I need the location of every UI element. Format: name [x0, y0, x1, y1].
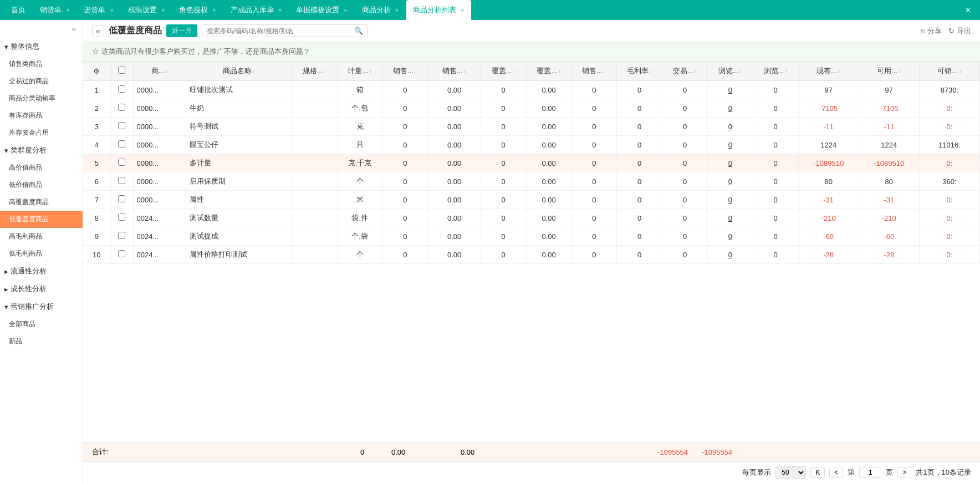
close-icon[interactable]: ×: [161, 7, 165, 13]
col-code[interactable]: 商...↕: [133, 62, 186, 81]
sidebar-collapse-icon[interactable]: «: [72, 24, 76, 33]
row-checkbox[interactable]: [118, 140, 125, 148]
nav-role-auth[interactable]: 角色授权 ×: [172, 0, 222, 20]
close-icon[interactable]: ×: [461, 7, 464, 13]
cell-browse1[interactable]: 0: [707, 81, 753, 99]
table-container[interactable]: ⚙ 商...↕ 商品名称↕ 规格...↕ 计量...↕ 销售...↕ 销售...…: [83, 62, 980, 442]
page-size-select[interactable]: 50 20 100: [775, 466, 806, 479]
sidebar-item-low-coverage[interactable]: 低覆盖度商品: [0, 211, 83, 228]
col-sales3[interactable]: 销售...↕: [571, 62, 617, 81]
sidebar-item-high-margin[interactable]: 高毛利商品: [0, 228, 83, 245]
close-icon[interactable]: ×: [278, 7, 282, 13]
cell-checkbox[interactable]: [110, 81, 133, 99]
cell-checkbox[interactable]: [110, 209, 133, 227]
cell-browse1[interactable]: 0: [707, 172, 753, 191]
col-stock1[interactable]: 现有...↕: [798, 62, 859, 81]
sidebar-category-cluster[interactable]: ▾ 类群度分析: [0, 141, 83, 159]
nav-purchase-order[interactable]: 进货单 ×: [77, 0, 120, 20]
nav-template-setting[interactable]: 单据模板设置 ×: [289, 0, 354, 20]
cell-browse1[interactable]: 0: [707, 154, 753, 172]
cell-checkbox[interactable]: [110, 118, 133, 136]
window-close-button[interactable]: ×: [961, 4, 976, 16]
row-checkbox[interactable]: [118, 232, 125, 239]
col-stock2[interactable]: 可用...↕: [859, 62, 919, 81]
sidebar-item-in-stock[interactable]: 有库存商品: [0, 107, 83, 124]
row-checkbox[interactable]: [118, 213, 125, 221]
export-button[interactable]: ↻ 导出: [948, 26, 971, 36]
nav-product-warehouse[interactable]: 产成品入库单 ×: [224, 0, 288, 20]
col-cover1[interactable]: 覆盖...↕: [481, 62, 526, 81]
col-stock3[interactable]: 可销...↕: [919, 62, 979, 81]
search-icon[interactable]: 🔍: [354, 27, 363, 35]
row-checkbox[interactable]: [118, 85, 125, 93]
cell-checkbox[interactable]: [110, 172, 133, 191]
cell-checkbox[interactable]: [110, 136, 133, 154]
cell-checkbox[interactable]: [110, 227, 133, 246]
cell-browse1[interactable]: 0: [707, 136, 753, 154]
nav-permission[interactable]: 权限设置 ×: [121, 0, 171, 20]
sidebar-item-low-value[interactable]: 低价值商品: [0, 176, 83, 194]
cell-browse1[interactable]: 0: [707, 246, 753, 264]
col-checkbox[interactable]: [110, 62, 133, 81]
col-spec[interactable]: 规格...↕: [292, 62, 337, 81]
sidebar-item-high-coverage[interactable]: 高覆盖度商品: [0, 194, 83, 211]
close-icon[interactable]: ×: [395, 7, 399, 13]
cell-browse1[interactable]: 0: [707, 209, 753, 227]
close-icon[interactable]: ×: [344, 7, 347, 13]
page-number-input[interactable]: [859, 467, 881, 478]
sidebar-item-new-products[interactable]: 新品: [0, 333, 83, 350]
col-settings[interactable]: ⚙: [83, 62, 110, 81]
col-browse2[interactable]: 浏览...↕: [753, 62, 798, 81]
row-checkbox[interactable]: [118, 177, 125, 184]
cell-browse1[interactable]: 0: [707, 118, 753, 136]
sidebar-item-all-products[interactable]: 全部商品: [0, 316, 83, 333]
cell-cover2: 0.00: [526, 118, 571, 136]
col-margin[interactable]: 毛利率↕: [617, 62, 662, 81]
cell-checkbox[interactable]: [110, 191, 133, 209]
prev-page-button[interactable]: <: [829, 467, 843, 478]
row-checkbox[interactable]: [118, 159, 125, 166]
sidebar-item-sales-products[interactable]: 销售类商品: [0, 55, 83, 73]
cell-browse1[interactable]: 0: [707, 99, 753, 118]
sidebar-section-overall[interactable]: «: [0, 20, 83, 38]
nav-product-analysis[interactable]: 商品分析 ×: [355, 0, 405, 20]
next-page-button[interactable]: >: [897, 467, 911, 478]
sidebar-category-growth[interactable]: ▸ 成长性分析: [0, 280, 83, 298]
row-checkbox[interactable]: [118, 250, 125, 257]
sidebar-category-flow[interactable]: ▸ 流通性分析: [0, 262, 83, 280]
close-icon[interactable]: ×: [110, 7, 113, 13]
sidebar-collapse-button[interactable]: «: [92, 25, 104, 37]
sidebar-item-low-margin[interactable]: 低毛利商品: [0, 245, 83, 262]
nav-home[interactable]: 首页: [4, 0, 32, 20]
date-filter-button[interactable]: 近一月: [166, 24, 197, 37]
first-page-button[interactable]: K: [810, 467, 825, 478]
select-all-checkbox[interactable]: [118, 67, 125, 74]
col-unit[interactable]: 计量...↕: [337, 62, 382, 81]
nav-sales-order[interactable]: 销货单 ×: [33, 0, 76, 20]
col-name[interactable]: 商品名称↕: [186, 62, 292, 81]
sidebar-category-marketing[interactable]: ▾ 营销推广分析: [0, 298, 83, 316]
cell-checkbox[interactable]: [110, 154, 133, 172]
row-checkbox[interactable]: [118, 104, 125, 111]
col-sales-amount[interactable]: 销售...↕: [428, 62, 481, 81]
cell-checkbox[interactable]: [110, 246, 133, 264]
row-checkbox[interactable]: [118, 122, 125, 129]
col-trade[interactable]: 交易...↕: [662, 62, 708, 81]
nav-product-analysis-list[interactable]: 商品分析列表 ×: [406, 0, 471, 20]
sidebar-item-category-rate[interactable]: 商品分类动销率: [0, 90, 83, 107]
sidebar-item-high-value[interactable]: 高价值商品: [0, 159, 83, 176]
sidebar-category-overall[interactable]: ▾ 整体信息: [0, 38, 83, 55]
col-sales-qty[interactable]: 销售...↕: [382, 62, 428, 81]
sidebar-item-capital[interactable]: 库存资金占用: [0, 124, 83, 141]
cell-browse1[interactable]: 0: [707, 191, 753, 209]
row-checkbox[interactable]: [118, 195, 125, 202]
close-icon[interactable]: ×: [66, 7, 69, 13]
share-button[interactable]: ⎋ 分享: [921, 26, 942, 36]
sidebar-item-traded-products[interactable]: 交易过的商品: [0, 73, 83, 90]
search-input[interactable]: [207, 27, 352, 35]
cell-checkbox[interactable]: [110, 99, 133, 118]
cell-browse1[interactable]: 0: [707, 227, 753, 246]
col-cover2[interactable]: 覆盖...↕: [526, 62, 571, 81]
col-browse1[interactable]: 浏览...↕: [707, 62, 753, 81]
close-icon[interactable]: ×: [212, 7, 216, 13]
